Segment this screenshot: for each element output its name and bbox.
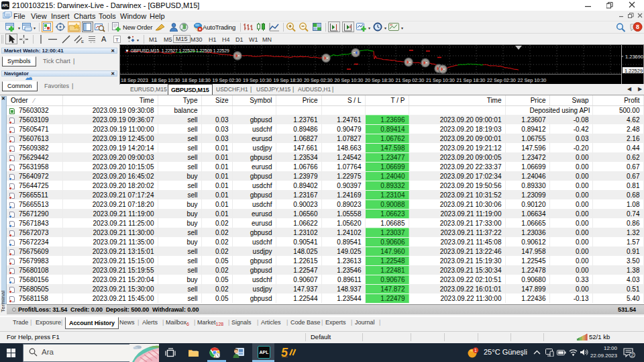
svg-text:20 Sep 18:30: 20 Sep 18:30 (365, 77, 394, 83)
svg-text:18 Sep 2023: 18 Sep 2023 (121, 77, 148, 83)
svg-text:1.22529: 1.22529 (625, 68, 643, 74)
svg-text:20 Sep 10:30: 20 Sep 10:30 (335, 77, 364, 83)
svg-text:19 Sep 18:30: 19 Sep 18:30 (274, 77, 303, 83)
svg-text:21 Sep 18:30: 21 Sep 18:30 (457, 77, 486, 83)
svg-text:22 Sep 10:30: 22 Sep 10:30 (518, 77, 547, 83)
svg-text:E: E (81, 40, 84, 44)
svg-text:22 Sep 02:30: 22 Sep 02:30 (487, 77, 516, 83)
svg-text:21 Sep 02:30: 21 Sep 02:30 (396, 77, 425, 83)
svg-text:21 Sep 10:30: 21 Sep 10:30 (426, 77, 455, 83)
svg-text:T: T (115, 37, 119, 43)
svg-text:1.23690: 1.23690 (625, 54, 643, 60)
svg-text:▼ GBPUSD,M15 1.22527 1.22529: ▼ GBPUSD,M15 1.22527 1.22529 1.22509 1.2… (125, 48, 229, 53)
svg-text:18 Sep 18:30: 18 Sep 18:30 (182, 77, 211, 83)
svg-text:19 Sep 02:30: 19 Sep 02:30 (213, 77, 241, 83)
svg-text:18 Sep 10:30: 18 Sep 10:30 (152, 77, 180, 83)
svg-text:1: 1 (474, 348, 477, 353)
svg-text:8: 8 (636, 24, 639, 30)
svg-text:19 Sep 10:30: 19 Sep 10:30 (243, 77, 272, 83)
svg-text:20 Sep 02:30: 20 Sep 02:30 (304, 77, 333, 83)
svg-text:2: 2 (631, 352, 633, 358)
